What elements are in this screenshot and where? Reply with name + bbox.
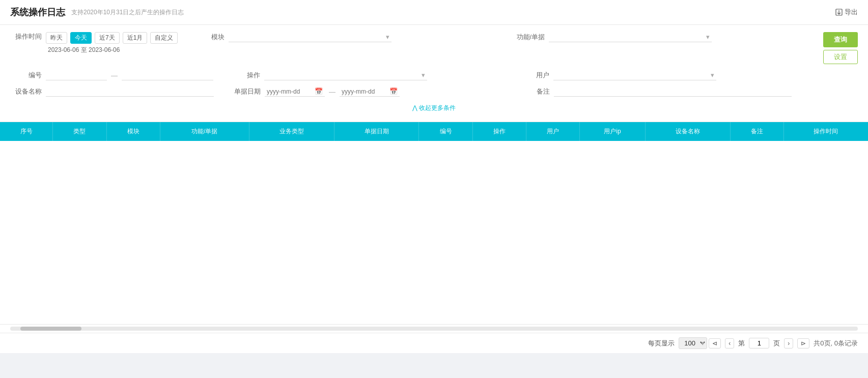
export-label: 导出 xyxy=(845,8,858,17)
table-header: 序号类型模块功能/单据业务类型单据日期编号操作用户用户ip设备名称备注操作时间 xyxy=(0,122,868,141)
action-buttons: 查询 设置 xyxy=(823,32,858,64)
time-btn-custom[interactable]: 自定义 xyxy=(150,32,178,44)
col-用户ip: 用户ip xyxy=(579,122,645,141)
number-filter: 编号 — xyxy=(10,70,213,80)
col-操作: 操作 xyxy=(472,122,526,141)
page-subtitle: 支持2020年10月31日之后产生的操作日志 xyxy=(71,8,184,17)
empty-area xyxy=(0,141,868,324)
func-label: 功能/单据 xyxy=(513,33,549,42)
user-chevron-icon: ▾ xyxy=(711,71,714,79)
query-button[interactable]: 查询 xyxy=(823,32,858,47)
func-chevron-icon: ▾ xyxy=(706,33,710,41)
doc-date-start[interactable] xyxy=(267,88,313,95)
device-input[interactable] xyxy=(46,86,214,97)
module-label: 模块 xyxy=(193,33,229,42)
page-title: 系统操作日志 xyxy=(10,6,65,18)
time-btn-1month[interactable]: 近1月 xyxy=(123,32,148,44)
data-table: 序号类型模块功能/单据业务类型单据日期编号操作用户用户ip设备名称备注操作时间 xyxy=(0,122,868,141)
prev-page-button[interactable]: ‹ xyxy=(725,338,734,348)
device-filter: 设备名称 xyxy=(10,86,214,97)
page-suffix: 页 xyxy=(773,339,780,348)
device-label: 设备名称 xyxy=(10,87,46,96)
remark-filter: 备注 xyxy=(518,86,792,97)
col-序号: 序号 xyxy=(0,122,53,141)
time-btn-7days[interactable]: 近7天 xyxy=(95,32,120,44)
horizontal-scrollbar[interactable] xyxy=(10,327,858,331)
col-用户: 用户 xyxy=(526,122,579,141)
table-area: 序号类型模块功能/单据业务类型单据日期编号操作用户用户ip设备名称备注操作时间 xyxy=(0,122,868,141)
total-info: 共0页, 0条记录 xyxy=(814,339,858,348)
calendar-icon-end[interactable]: 📅 xyxy=(389,88,398,95)
doc-date-label: 单据日期 xyxy=(229,87,265,96)
page-label: 第 xyxy=(738,339,745,348)
page-header: 系统操作日志 支持2020年10月31日之后产生的操作日志 导出 xyxy=(0,0,868,25)
number-input-end[interactable] xyxy=(122,70,213,80)
export-button[interactable]: 导出 xyxy=(835,8,858,17)
col-业务类型: 业务类型 xyxy=(249,122,334,141)
collapse-up-icon: ⋀ xyxy=(412,104,419,111)
col-备注: 备注 xyxy=(730,122,783,141)
time-label: 操作时间 xyxy=(10,32,46,41)
module-filter: 模块 ▾ xyxy=(193,32,498,42)
func-filter: 功能/单据 ▾ xyxy=(513,32,818,42)
next-page-button[interactable]: › xyxy=(784,338,793,348)
col-模块: 模块 xyxy=(106,122,160,141)
module-select[interactable] xyxy=(231,33,389,41)
page-number-input[interactable] xyxy=(749,338,769,348)
last-page-button[interactable]: ⊳ xyxy=(797,338,809,348)
col-单据日期: 单据日期 xyxy=(334,122,419,141)
export-icon xyxy=(835,9,843,16)
time-btn-today[interactable]: 今天 xyxy=(70,32,92,44)
user-filter: 用户 ▾ xyxy=(518,70,792,80)
col-功能/单据: 功能/单据 xyxy=(160,122,249,141)
operation-chevron-icon: ▾ xyxy=(422,71,425,79)
module-chevron-icon: ▾ xyxy=(386,33,389,41)
remark-label: 备注 xyxy=(518,87,554,96)
pagination-bar: 每页显示 50 100 200 ▾ ⊲ ‹ 第 页 › ⊳ 共0页, 0条记录 xyxy=(0,333,868,353)
calendar-icon-start[interactable]: 📅 xyxy=(315,88,323,95)
title-group: 系统操作日志 支持2020年10月31日之后产生的操作日志 xyxy=(10,6,184,18)
col-编号: 编号 xyxy=(419,122,472,141)
operation-label: 操作 xyxy=(229,71,264,80)
func-select[interactable] xyxy=(551,33,710,41)
first-page-button[interactable]: ⊲ xyxy=(709,338,721,348)
time-btn-yesterday[interactable]: 昨天 xyxy=(46,32,67,44)
col-设备名称: 设备名称 xyxy=(646,122,731,141)
collapse-bar[interactable]: ⋀ 收起更多条件 xyxy=(10,101,858,117)
number-label: 编号 xyxy=(10,71,46,80)
header-row: 序号类型模块功能/单据业务类型单据日期编号操作用户用户ip设备名称备注操作时间 xyxy=(0,122,868,141)
number-dash: — xyxy=(107,72,122,79)
date-range-display: 2023-06-06 至 2023-06-06 xyxy=(48,46,178,54)
doc-date-filter: 单据日期 📅 — 📅 xyxy=(229,86,503,97)
user-label: 用户 xyxy=(518,71,553,80)
page-size-label: 每页显示 xyxy=(648,339,675,348)
col-操作时间: 操作时间 xyxy=(783,122,868,141)
time-filter-group: 操作时间 昨天 今天 近7天 近1月 自定义 2023-06-06 至 2023… xyxy=(10,32,178,54)
scroll-bar-area[interactable] xyxy=(0,324,868,333)
doc-date-end[interactable] xyxy=(342,88,387,95)
operation-filter: 操作 ▾ xyxy=(229,70,502,80)
remark-input[interactable] xyxy=(554,86,792,97)
filter-panel: 操作时间 昨天 今天 近7天 近1月 自定义 2023-06-06 至 2023… xyxy=(0,25,868,122)
user-select[interactable] xyxy=(555,71,714,79)
number-input-start[interactable] xyxy=(46,70,107,80)
col-类型: 类型 xyxy=(53,122,106,141)
scrollbar-thumb[interactable] xyxy=(20,327,81,331)
settings-button[interactable]: 设置 xyxy=(823,50,858,64)
collapse-label: 收起更多条件 xyxy=(419,104,456,111)
operation-select[interactable] xyxy=(266,71,425,79)
page-size-select[interactable]: 50 100 200 xyxy=(679,337,707,349)
date-dash: — xyxy=(325,88,340,96)
